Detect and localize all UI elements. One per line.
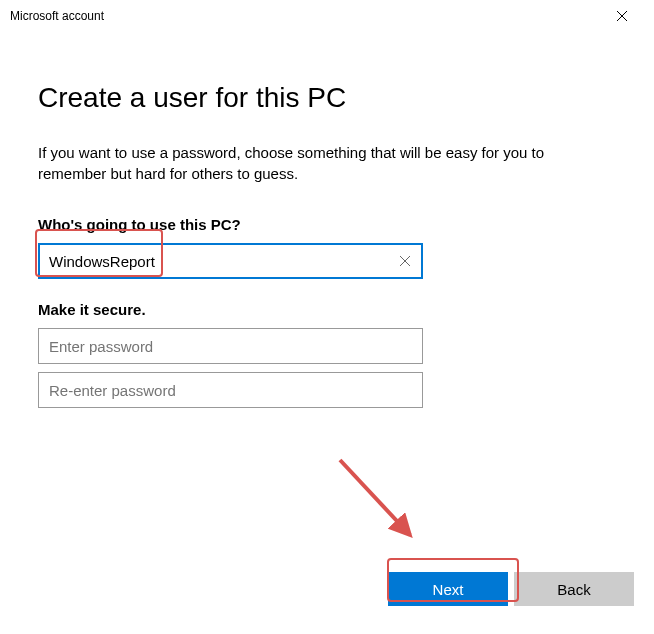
button-bar: Next Back	[388, 572, 634, 606]
page-description: If you want to use a password, choose so…	[38, 142, 598, 184]
reenter-password-input[interactable]	[38, 372, 423, 408]
password-input[interactable]	[38, 328, 423, 364]
close-button[interactable]	[602, 2, 642, 30]
clear-username-button[interactable]	[395, 251, 415, 271]
next-button[interactable]: Next	[388, 572, 508, 606]
page-heading: Create a user for this PC	[38, 82, 616, 114]
back-button[interactable]: Back	[514, 572, 634, 606]
username-label: Who's going to use this PC?	[38, 216, 616, 233]
svg-line-5	[340, 460, 410, 535]
content-area: Create a user for this PC If you want to…	[0, 32, 654, 436]
username-input-wrap	[38, 243, 423, 279]
window-title: Microsoft account	[10, 9, 104, 23]
secure-label: Make it secure.	[38, 301, 616, 318]
annotation-arrow	[330, 450, 430, 550]
titlebar: Microsoft account	[0, 0, 654, 32]
close-icon	[617, 11, 627, 21]
x-icon	[400, 256, 410, 266]
username-input[interactable]	[38, 243, 423, 279]
